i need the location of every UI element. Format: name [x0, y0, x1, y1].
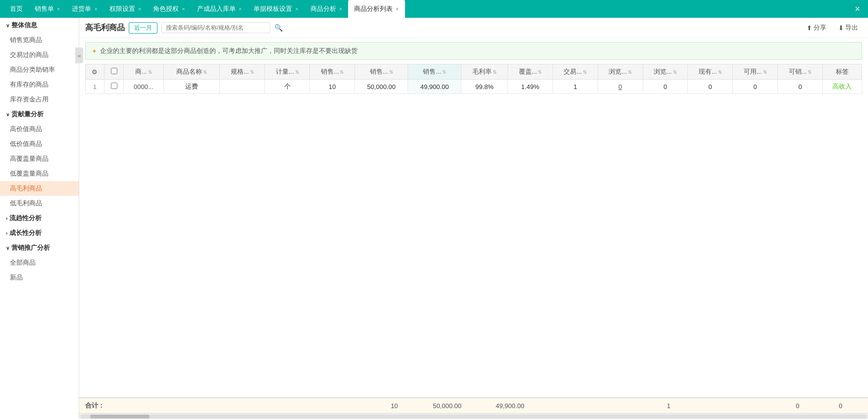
select-all-checkbox[interactable] — [111, 68, 117, 74]
row-no: 1 — [86, 80, 104, 94]
close-sales-tab[interactable]: × — [57, 6, 60, 12]
nav-template[interactable]: 单据模板设置 × — [248, 0, 304, 18]
row-browse2: 0 — [643, 80, 688, 94]
nav-product-inbound[interactable]: 产成品入库单 × — [191, 0, 248, 18]
col-coverage[interactable]: 覆盖...⇅ — [508, 64, 553, 80]
arrow-icon-2: ∨ — [6, 112, 9, 117]
row-sales-cost: 49,900.00 — [408, 80, 461, 94]
table-container[interactable]: ⚙ 商...⇅ 商品名称⇅ 规格...⇅ 计量...⇅ 销售...⇅ 销售...… — [79, 64, 868, 397]
close-analysis-list-tab[interactable]: × — [396, 6, 399, 12]
footer-sales-amount: 50,000.00 — [427, 402, 467, 410]
col-gross-margin[interactable]: 毛利率⇅ — [461, 64, 508, 80]
nav-purchase[interactable]: 进货单 × — [66, 0, 103, 18]
col-sales-qty[interactable]: 销售...⇅ — [310, 64, 355, 80]
row-name: 运费 — [163, 80, 220, 94]
sidebar-item-high-value[interactable]: 高价值商品 — [0, 122, 79, 137]
nav-product-analysis[interactable]: 商品分析 × — [305, 0, 348, 18]
col-sales-amount[interactable]: 销售...⇅ — [355, 64, 408, 80]
col-stock-saleable[interactable]: 可销...⇅ — [778, 64, 823, 80]
row-gross-margin: 99.8% — [461, 80, 508, 94]
top-navigation: 首页 销售单 × 进货单 × 权限设置 × 角色授权 × 产成品入库单 × 单据… — [0, 0, 868, 18]
nav-roles[interactable]: 角色授权 × — [147, 0, 191, 18]
scrollbar-track — [80, 415, 867, 419]
arrow-icon-3: › — [6, 216, 7, 221]
table-footer: 合计： 10 50,000.00 49,900.00 1 0 0 — [79, 397, 868, 413]
nav-product-analysis-list[interactable]: 商品分析列表 × — [348, 0, 405, 18]
row-stock-saleable: 0 — [778, 80, 823, 94]
row-spec — [220, 80, 265, 94]
close-template-tab[interactable]: × — [295, 6, 298, 12]
footer-label: 合计： — [85, 401, 104, 410]
sidebar-item-low-margin[interactable]: 低毛利商品 — [0, 196, 79, 211]
sidebar-item-in-stock[interactable]: 有库存的商品 — [0, 77, 79, 92]
sidebar-item-new-products[interactable]: 新品 — [0, 270, 79, 285]
close-product-analysis-tab[interactable]: × — [339, 6, 342, 12]
nav-sales[interactable]: 销售单 × — [29, 0, 66, 18]
sidebar: ∨ 整体信息 销售览商品 交易过的商品 商品分类助销率 有库存的商品 库存资金占… — [0, 18, 79, 419]
data-table: ⚙ 商...⇅ 商品名称⇅ 规格...⇅ 计量...⇅ 销售...⇅ 销售...… — [85, 64, 862, 94]
tip-icon: ✦ — [92, 47, 97, 55]
row-browse1[interactable]: 0 — [598, 80, 643, 94]
close-roles-tab[interactable]: × — [182, 6, 185, 12]
sidebar-item-low-value[interactable]: 低价值商品 — [0, 137, 79, 151]
share-button[interactable]: ⬆ 分享 — [803, 22, 830, 34]
row-transaction: 1 — [553, 80, 598, 94]
col-tag[interactable]: 标签 — [822, 64, 862, 80]
col-spec[interactable]: 规格...⇅ — [220, 64, 265, 80]
content-header: 高毛利商品 近一月 🔍 ⬆ 分享 ⬇ 导出 — [79, 18, 868, 38]
arrow-icon: ∨ — [6, 23, 9, 28]
col-settings[interactable]: ⚙ — [86, 64, 104, 80]
scrollbar-thumb[interactable] — [90, 415, 150, 419]
share-icon: ⬆ — [807, 24, 812, 32]
footer-stock-available: 0 — [831, 402, 851, 410]
col-stock-current[interactable]: 现有...⇅ — [688, 64, 733, 80]
close-purchase-tab[interactable]: × — [94, 6, 97, 12]
horizontal-scrollbar[interactable] — [79, 413, 868, 419]
sidebar-item-traded[interactable]: 交易过的商品 — [0, 47, 79, 62]
sidebar-item-all-products[interactable]: 全部商品 — [0, 255, 79, 270]
sidebar-item-top-sales[interactable]: 销售览商品 — [0, 33, 79, 47]
sidebar-group-trend[interactable]: › 流趋性分析 — [0, 211, 79, 226]
table-row: 1 0000... 运费 个 10 50,000.00 49,900.00 99… — [86, 80, 862, 94]
footer-sales-qty: 10 — [384, 402, 404, 410]
row-coverage: 1.49% — [508, 80, 553, 94]
sidebar-collapse-button[interactable]: « — [75, 47, 83, 63]
close-window-button[interactable]: × — [851, 4, 864, 14]
col-browse2[interactable]: 浏览...⇅ — [643, 64, 688, 80]
col-unit[interactable]: 计量...⇅ — [265, 64, 310, 80]
col-stock-available[interactable]: 可用...⇅ — [733, 64, 778, 80]
col-sales-cost[interactable]: 销售...⇅ — [408, 64, 461, 80]
nav-permissions[interactable]: 权限设置 × — [103, 0, 147, 18]
row-tag: 高收入 — [822, 80, 862, 94]
footer-transaction: 1 — [659, 402, 678, 410]
close-product-inbound-tab[interactable]: × — [239, 6, 242, 12]
sidebar-item-high-coverage[interactable]: 高覆盖量商品 — [0, 151, 79, 166]
footer-sales-cost: 49,900.00 — [490, 402, 530, 410]
sidebar-item-stock-capital[interactable]: 库存资金占用 — [0, 92, 79, 107]
sidebar-item-high-margin[interactable]: 高毛利商品 — [0, 181, 79, 196]
col-checkbox[interactable] — [104, 64, 123, 80]
content-area: 高毛利商品 近一月 🔍 ⬆ 分享 ⬇ 导出 ✦ 企业的主要的利润都是这部分商品创… — [79, 18, 868, 419]
sidebar-group-growth[interactable]: › 成长性分析 — [0, 226, 79, 240]
sidebar-group-overall[interactable]: ∨ 整体信息 — [0, 18, 79, 33]
main-layout: ∨ 整体信息 销售览商品 交易过的商品 商品分类助销率 有库存的商品 库存资金占… — [0, 18, 868, 419]
nav-home[interactable]: 首页 — [4, 0, 29, 18]
col-browse1[interactable]: 浏览...⇅ — [598, 64, 643, 80]
search-button[interactable]: 🔍 — [274, 24, 283, 32]
col-code[interactable]: 商...⇅ — [124, 64, 163, 80]
sidebar-item-low-coverage[interactable]: 低覆盖量商品 — [0, 166, 79, 181]
row-sales-amount: 50,000.00 — [355, 80, 408, 94]
sidebar-group-contribution[interactable]: ∨ 贡献量分析 — [0, 107, 79, 122]
close-permissions-tab[interactable]: × — [138, 6, 141, 12]
sidebar-group-marketing[interactable]: ∨ 营销推广分析 — [0, 240, 79, 255]
col-name[interactable]: 商品名称⇅ — [163, 64, 220, 80]
sidebar-item-category-rate[interactable]: 商品分类助销率 — [0, 62, 79, 77]
search-input[interactable] — [161, 22, 270, 33]
row-checkbox[interactable] — [104, 80, 123, 94]
export-button[interactable]: ⬇ 导出 — [834, 22, 862, 34]
row-stock-current: 0 — [688, 80, 733, 94]
footer-stock-current: 0 — [788, 402, 808, 410]
col-transaction[interactable]: 交易...⇅ — [553, 64, 598, 80]
row-select[interactable] — [111, 83, 117, 89]
period-button[interactable]: 近一月 — [129, 22, 157, 34]
